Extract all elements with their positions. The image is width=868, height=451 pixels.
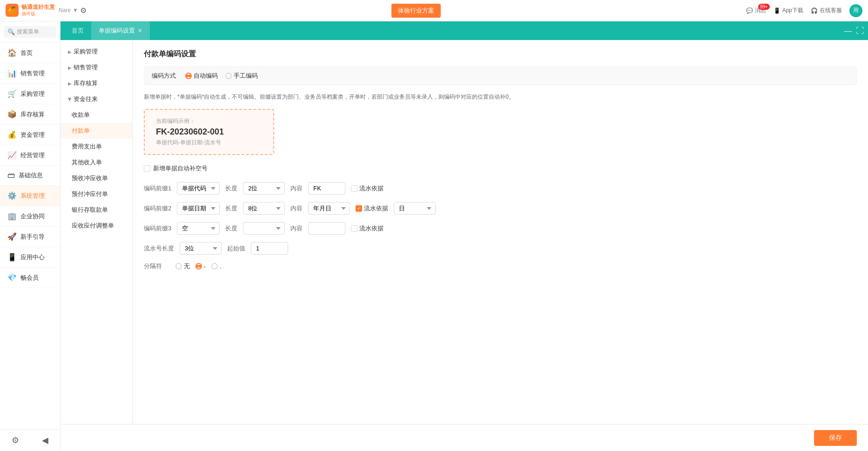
tree-item-label: 付款单 [72, 127, 90, 135]
separator-none-option[interactable]: 无 [175, 262, 190, 270]
tree-item-capital[interactable]: ▶ 资金往来 [61, 91, 132, 107]
purchase-icon: 🛒 [7, 89, 17, 98]
auto-encode-radio[interactable] [185, 73, 192, 79]
separator-dot-option[interactable]: . [211, 263, 222, 270]
sidebar-item-sales[interactable]: 📊 销售管理 [0, 63, 60, 84]
tree-item-inventory[interactable]: ▶ 库存核算 [61, 75, 132, 91]
settings-icon[interactable]: ⚙ [80, 6, 87, 15]
message-icon: 💬 [746, 7, 753, 14]
sidebar-item-label: 畅会员 [20, 274, 39, 282]
content-area: 首页 单据编码设置 ✕ — ⛶ ▶ 采购管理 ▶ 销售管理 [61, 21, 868, 451]
prefix2-content-select[interactable]: 年月日 年月 年 [308, 202, 350, 215]
sidebar-item-label: 采购管理 [20, 90, 45, 98]
tab-bar: 首页 单据编码设置 ✕ — ⛶ [61, 21, 868, 40]
prefix1-serial-checkbox[interactable] [351, 185, 357, 192]
prefix1-content-input[interactable] [308, 182, 345, 195]
tree-item-label: 银行存取款单 [72, 206, 108, 214]
top-bar-left: 🍊 畅通道好生意 插件版 Nare ▼ ⚙ [6, 4, 87, 17]
separator-row: 分隔符 无 - . [144, 262, 857, 270]
tree-item-label: 预收冲应收单 [72, 174, 108, 182]
tab-home[interactable]: 首页 [64, 21, 91, 40]
sidebar-search[interactable]: 🔍 搜索菜单 [0, 21, 60, 43]
tree-item-other-income[interactable]: 其他收入单 [61, 155, 132, 170]
code-preview-box: 当前编码示例： FK-20230602-001 单据代码-单据日期-流水号 [144, 109, 274, 155]
prefix2-period-select[interactable]: 日 月 年 [394, 202, 436, 215]
auto-encode-option[interactable]: 自动编码 [185, 72, 218, 80]
tree-item-expense[interactable]: 费用支出单 [61, 139, 132, 155]
tree-item-ap-ar-adj[interactable]: 应收应付调整单 [61, 218, 132, 234]
bottom-collapse-icon[interactable]: ◀ [42, 435, 48, 445]
tree-item-prepay-payable[interactable]: 预付冲应付单 [61, 186, 132, 202]
encoding-method-label: 编码方式 [152, 72, 176, 80]
sidebar-item-label: 销售管理 [20, 69, 45, 78]
guide-icon: 🚀 [7, 232, 17, 241]
tree-item-sales[interactable]: ▶ 销售管理 [61, 60, 132, 75]
prefix3-serial-check[interactable]: 流水依据 [351, 224, 384, 233]
sidebar-item-enterprise[interactable]: 🏢 企业协同 [0, 206, 60, 227]
sidebar-item-business[interactable]: 📈 经营管理 [0, 145, 60, 166]
sidebar-item-purchase[interactable]: 🛒 采购管理 [0, 84, 60, 104]
separator-dot-radio[interactable] [211, 263, 218, 269]
prefix3-serial-checkbox[interactable] [351, 225, 357, 232]
tree-item-bank[interactable]: 银行存取款单 [61, 202, 132, 218]
sidebar-item-inventory[interactable]: 📦 库存核算 [0, 104, 60, 125]
prefix2-label: 编码前缀2 [144, 204, 171, 213]
prefix3-select[interactable]: 单据代码 单据日期 部门 业务员 空 [177, 222, 220, 235]
trial-button[interactable]: 体验行业方案 [391, 4, 441, 18]
prefix1-serial-check[interactable]: 流水依据 [351, 184, 384, 193]
auto-fill-checkbox[interactable] [144, 165, 150, 172]
sidebar-item-vip[interactable]: 💎 畅会员 [0, 268, 60, 288]
logo-text: 畅通道好生意 插件版 [21, 4, 55, 17]
headset-icon: 🎧 [811, 7, 818, 14]
user-avatar[interactable]: 用 [849, 4, 862, 17]
prefix3-length-select[interactable] [243, 222, 285, 235]
separator-dash-option[interactable]: - [195, 263, 206, 270]
save-button[interactable]: 保存 [814, 430, 857, 446]
prefix2-select[interactable]: 单据代码 单据日期 部门 业务员 空 [177, 202, 220, 215]
separator-none-radio[interactable] [175, 263, 182, 269]
manual-encode-radio[interactable] [225, 73, 232, 79]
system-icon: ⚙️ [7, 191, 17, 200]
tab-close-icon[interactable]: ✕ [138, 27, 142, 34]
manual-encode-option[interactable]: 手工编码 [225, 72, 258, 80]
tree-item-payment[interactable]: 付款单 [61, 123, 132, 139]
online-service-item[interactable]: 🎧 在线客服 [811, 7, 842, 14]
tree-item-label: 资金往来 [74, 95, 98, 103]
nav-chevron-icon[interactable]: ▼ [73, 7, 78, 13]
bottom-bar: 保存 [61, 424, 868, 451]
sidebar-search-inner[interactable]: 🔍 搜索菜单 [4, 26, 56, 38]
prefix1-row: 编码前缀1 单据代码 单据日期 部门 业务员 空 长度 2位 4位 6位 内容 [144, 182, 857, 195]
sidebar-item-label: 新手引导 [20, 233, 45, 241]
tree-item-receipt[interactable]: 收款单 [61, 107, 132, 123]
tree-item-prepay-receivable[interactable]: 预收冲应收单 [61, 170, 132, 186]
tab-encoding[interactable]: 单据编码设置 ✕ [91, 21, 150, 40]
sidebar-item-apps[interactable]: 📱 应用中心 [0, 247, 60, 268]
sidebar-item-system[interactable]: ⚙️ 系统管理 [0, 186, 60, 206]
prefix2-length-select[interactable]: 4位 6位 8位 10位 [243, 202, 285, 215]
start-value-label: 起始值 [227, 244, 245, 253]
bottom-settings-icon[interactable]: ⚙ [12, 435, 19, 445]
prefix1-select[interactable]: 单据代码 单据日期 部门 业务员 空 [177, 182, 220, 195]
tab-minimize-icon[interactable]: — [844, 26, 852, 36]
separator-dash-radio[interactable] [195, 263, 202, 269]
page-content: ▶ 采购管理 ▶ 销售管理 ▶ 库存核算 ▶ 资金往来 收款单 [61, 40, 868, 424]
avatar-icon: 用 [849, 4, 862, 17]
start-value-input[interactable] [251, 242, 288, 255]
sidebar-item-finance[interactable]: 💰 资金管理 [0, 125, 60, 145]
vip-icon: 💎 [7, 273, 17, 282]
prefix2-serial-check[interactable]: ✓ 流水依据 [356, 204, 388, 213]
serial-length-row: 流水号长度 3位 4位 5位 6位 起始值 [144, 242, 857, 255]
sidebar-item-basic[interactable]: 🗃 基础信息 [0, 166, 60, 186]
app-download-item[interactable]: 📱 App下载 [774, 7, 803, 14]
prefix1-length-select[interactable]: 2位 4位 6位 [243, 182, 285, 195]
main-layout: 🔍 搜索菜单 🏠 首页 📊 销售管理 🛒 采购管理 📦 库存核算 💰 [0, 0, 868, 451]
prefix3-content-input[interactable] [308, 222, 345, 235]
tree-item-purchase[interactable]: ▶ 采购管理 [61, 44, 132, 60]
sidebar-item-guide[interactable]: 🚀 新手引导 [0, 227, 60, 247]
message-item[interactable]: 💬 消息 99+ [746, 7, 766, 14]
tree-arrow-expand-icon: ▶ [67, 97, 73, 101]
serial-length-select[interactable]: 3位 4位 5位 6位 [180, 242, 222, 255]
prefix2-serial-checkbox[interactable]: ✓ [356, 205, 362, 212]
sidebar-item-home[interactable]: 🏠 首页 [0, 43, 60, 63]
tab-maximize-icon[interactable]: ⛶ [856, 26, 864, 36]
